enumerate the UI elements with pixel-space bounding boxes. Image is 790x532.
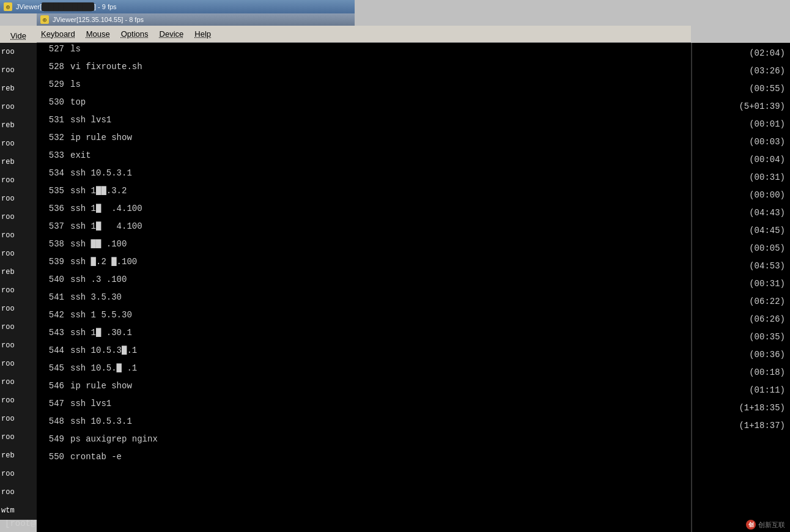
left-label-23: roo [0,465,37,483]
table-row: 539 ssh █.2 █.100 [37,256,691,273]
table-row: 544 ssh 10.5.3█.1 [37,344,691,362]
table-row: 545 ssh 10.5.█ .1 [37,362,691,380]
jviewer-icon-2: ◎ [40,15,49,24]
table-row: 534 ssh 10.5.3.1 [37,167,691,185]
left-label-9: roo [0,208,37,226]
timestamp-11: (00:05) [691,239,790,257]
left-label-14: roo [0,300,37,318]
left-label-5: roo [0,135,37,153]
timestamp-5: (00:03) [691,133,790,150]
left-label-2: reb [0,79,37,98]
table-row: 532 ip rule show [37,131,691,149]
timestamp-6: (00:04) [691,150,790,168]
menu-help[interactable]: Help [190,28,216,40]
vertical-divider [691,43,692,532]
timestamp-17: (00:36) [691,345,790,363]
table-row: 550 crontab -e [37,451,691,468]
table-row: 547 ssh lvs1 [37,397,691,415]
timestamp-18: (00:18) [691,363,790,381]
table-row: 538 ssh ██ .100 [37,238,691,256]
video-label-left[interactable]: Vide [0,28,37,43]
jviewer-icon-1: ◎ [4,2,12,11]
table-row: 542 ssh 1 5.5.30 [37,309,691,327]
watermark-logo: 创 [746,520,756,530]
timestamp-20: (1+18:35) [691,399,790,416]
left-label-13: roo [0,281,37,300]
menu-options[interactable]: Options [116,28,153,40]
table-row: 533 exit [37,149,691,167]
left-label-19: roo [0,391,37,410]
table-row: 528 vi fixroute.sh [37,61,691,78]
left-label-0: roo [0,43,37,61]
table-row: 548 ssh 10.5.3.1 [37,415,691,433]
table-row: 546 ip rule show [37,380,691,397]
left-label-18: roo [0,373,37,391]
timestamps-column: (02:04) (03:26) (00:55) (5+01:39) (00:01… [691,43,790,532]
left-label-25: wtm [0,501,37,520]
table-row: 536 ssh 1█ .4.100 [37,202,691,220]
timestamp-2: (00:55) [691,79,790,97]
left-label-8: roo [0,190,37,208]
table-row: 537 ssh 1█ 4.100 [37,220,691,238]
left-label-17: roo [0,355,37,373]
left-label-20: roo [0,410,37,428]
left-label-4: reb [0,116,37,135]
timestamp-9: (04:43) [691,204,790,221]
title-text-1: JViewer[██████████] - 9 fps [16,3,117,10]
table-row: 541 ssh 3.5.30 [37,291,691,309]
table-row: 540 ssh .3 .100 [37,273,691,291]
title-bar-secondary: ◎ JViewer[125.35.104.55] - 8 fps [37,13,355,26]
left-label-6: reb [0,153,37,171]
timestamp-0: (02:04) [691,44,790,62]
timestamp-7: (00:31) [691,168,790,186]
timestamp-3: (5+01:39) [691,97,790,115]
menu-keyboard[interactable]: Keyboard [36,28,80,40]
left-label-1: roo [0,61,37,79]
timestamp-4: (00:01) [691,115,790,133]
timestamp-1: (03:26) [691,62,790,79]
timestamp-14: (06:22) [691,292,790,310]
timestamp-15: (06:26) [691,310,790,328]
left-label-10: roo [0,226,37,245]
timestamp-8: (00:00) [691,186,790,204]
menu-bar: Video Keyboard Mouse Options Device Help [0,26,691,43]
left-label-12: reb [0,263,37,281]
redacted-ip-1: ██████████ [42,2,94,11]
timestamp-16: (00:35) [691,328,790,345]
left-label-7: roo [0,171,37,190]
timestamp-13: (00:31) [691,275,790,292]
left-label-3: roo [0,98,37,116]
table-row: 527 ls [37,43,691,61]
left-label-22: reb [0,446,37,465]
watermark-text: 创新互联 [758,520,785,530]
table-row: 549 ps auxigrep nginx [37,433,691,451]
left-label-21: roo [0,428,37,446]
menu-device[interactable]: Device [155,28,189,40]
menu-mouse[interactable]: Mouse [81,28,115,40]
timestamp-21: (1+18:37) [691,416,790,434]
timestamp-19: (01:11) [691,381,790,399]
terminal-main[interactable]: 527 ls 528 vi fixroute.sh 529 ls 530 top… [37,43,691,532]
left-label-16: roo [0,336,37,355]
timestamp-12: (04:53) [691,257,790,275]
title-text-2: JViewer[125.35.104.55] - 8 fps [53,16,144,23]
left-label-11: roo [0,245,37,263]
table-row: 529 ls [37,78,691,96]
title-bar-primary: ◎ JViewer[██████████] - 9 fps [0,0,355,13]
timestamp-10: (04:45) [691,221,790,239]
table-row: 543 ssh 1█ .30.1 [37,327,691,344]
left-sidebar-labels: roo roo reb roo reb roo reb roo roo roo … [0,43,37,520]
left-label-15: roo [0,318,37,336]
table-row: 530 top [37,96,691,114]
watermark: 创 创新互联 [746,520,785,530]
table-row: 531 ssh lvs1 [37,114,691,131]
table-row: 535 ssh 1██.3.2 [37,185,691,202]
left-label-24: roo [0,483,37,501]
